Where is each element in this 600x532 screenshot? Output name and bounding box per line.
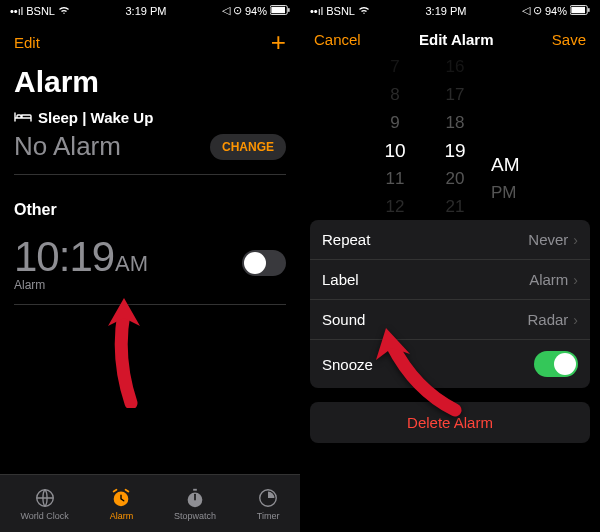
ampm-column[interactable]: AM PM xyxy=(485,67,535,207)
tab-alarm[interactable]: Alarm xyxy=(110,487,134,521)
svg-rect-1 xyxy=(271,6,285,12)
svg-rect-9 xyxy=(571,6,585,12)
status-time: 3:19 PM xyxy=(125,5,166,17)
alarm-ampm: AM xyxy=(115,251,148,276)
delete-alarm-button[interactable]: Delete Alarm xyxy=(310,402,590,443)
alarm-label: Alarm xyxy=(14,278,148,292)
chevron-right-icon: › xyxy=(573,312,578,328)
modal-title: Edit Alarm xyxy=(419,31,493,48)
nav-bar: Edit + xyxy=(0,21,300,64)
other-section-header: Other xyxy=(0,187,300,233)
repeat-row[interactable]: Repeat Never› xyxy=(310,220,590,260)
hour-column[interactable]: 7 8 9 10 11 12 xyxy=(365,53,425,221)
signal-icon: ••ıl xyxy=(10,5,23,17)
carrier: BSNL xyxy=(326,5,355,17)
status-time: 3:19 PM xyxy=(425,5,466,17)
location-icon: ◁ xyxy=(522,4,530,17)
sleep-label: Sleep | Wake Up xyxy=(38,109,153,126)
tab-world-clock[interactable]: World Clock xyxy=(20,487,68,521)
signal-icon: ••ıl xyxy=(310,5,323,17)
no-alarm-text: No Alarm xyxy=(14,131,121,162)
edit-button[interactable]: Edit xyxy=(14,34,40,51)
change-button[interactable]: CHANGE xyxy=(210,134,286,160)
edit-alarm-screen: ••ıl BSNL 3:19 PM ◁ ⊙ 94% Cancel Edit Al… xyxy=(300,0,600,532)
save-button[interactable]: Save xyxy=(552,31,586,48)
alarm-list-screen: ••ıl BSNL 3:19 PM ◁ ⊙ 94% Edit + Alarm S… xyxy=(0,0,300,532)
sleep-section-header: Sleep | Wake Up xyxy=(14,109,286,126)
carrier: BSNL xyxy=(26,5,55,17)
svg-rect-6 xyxy=(193,488,197,490)
battery-pct: 94% xyxy=(245,5,267,17)
tab-stopwatch[interactable]: Stopwatch xyxy=(174,487,216,521)
alarm-indicator-icon: ⊙ xyxy=(533,4,542,17)
options-list: Repeat Never› Label Alarm› Sound Radar› … xyxy=(310,220,590,388)
wifi-icon xyxy=(58,5,70,17)
location-icon: ◁ xyxy=(222,4,230,17)
alarm-toggle[interactable] xyxy=(242,250,286,276)
add-alarm-button[interactable]: + xyxy=(271,27,286,58)
time-picker[interactable]: 7 8 9 10 11 12 16 17 18 19 20 21 AM PM xyxy=(300,62,600,212)
chevron-right-icon: › xyxy=(573,272,578,288)
tab-bar: World Clock Alarm Stopwatch Timer xyxy=(0,474,300,532)
tab-timer[interactable]: Timer xyxy=(257,487,280,521)
alarm-time: 10:19 xyxy=(14,233,114,280)
minute-column[interactable]: 16 17 18 19 20 21 xyxy=(425,53,485,221)
snooze-toggle[interactable] xyxy=(534,351,578,377)
battery-pct: 94% xyxy=(545,5,567,17)
chevron-right-icon: › xyxy=(573,232,578,248)
sound-row[interactable]: Sound Radar› xyxy=(310,300,590,340)
snooze-row: Snooze xyxy=(310,340,590,388)
label-row[interactable]: Label Alarm› xyxy=(310,260,590,300)
alarm-row[interactable]: 10:19AM Alarm xyxy=(0,233,300,305)
svg-rect-10 xyxy=(588,8,589,12)
status-bar: ••ıl BSNL 3:19 PM ◁ ⊙ 94% xyxy=(300,0,600,21)
cancel-button[interactable]: Cancel xyxy=(314,31,361,48)
annotation-arrow-icon xyxy=(96,298,156,412)
bed-icon xyxy=(14,110,32,126)
alarm-indicator-icon: ⊙ xyxy=(233,4,242,17)
battery-icon xyxy=(570,5,590,17)
wifi-icon xyxy=(358,5,370,17)
battery-icon xyxy=(270,5,290,17)
page-title: Alarm xyxy=(0,64,300,109)
status-bar: ••ıl BSNL 3:19 PM ◁ ⊙ 94% xyxy=(0,0,300,21)
svg-rect-2 xyxy=(288,8,289,12)
